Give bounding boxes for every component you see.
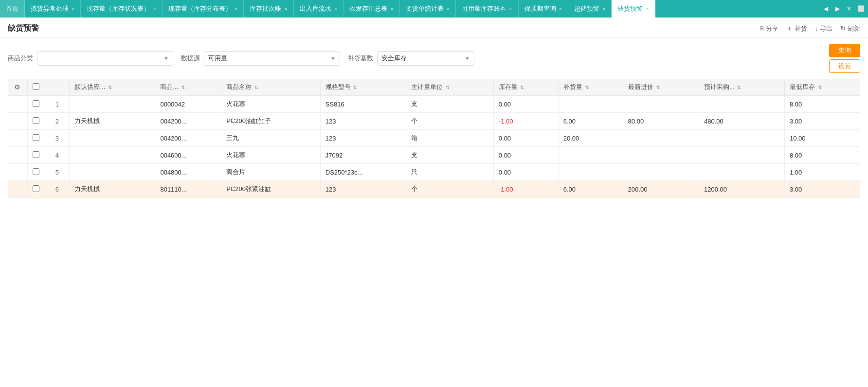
table-row[interactable]: 1 0000042 火花塞 SS816 支 0.00 8.00	[8, 96, 860, 113]
close-tab-shortage[interactable]: ×	[646, 6, 649, 12]
td-code: 004800...	[155, 164, 221, 181]
spec-sort-icon: ⇅	[353, 85, 357, 90]
close-tab-demand[interactable]: ×	[447, 6, 450, 12]
filter-bar: 商品分类 ▼ 数据源 可用量 ▼ 补货基数 安全库存 ▼ 查询 设置	[0, 38, 868, 79]
tab-overstock[interactable]: 超储预警 ×	[568, 0, 612, 18]
th-code[interactable]: 商品... ⇅	[155, 79, 221, 96]
gear-icon[interactable]: ⚙	[14, 83, 20, 91]
close-tab-stock-status[interactable]: ×	[153, 6, 156, 12]
td-checkbox[interactable]	[27, 147, 45, 164]
export-button[interactable]: ↓ 导出	[815, 24, 833, 33]
td-spec: SS816	[320, 96, 406, 113]
th-min-stock[interactable]: 最低库存 ⇅	[784, 79, 860, 96]
tab-scroll-right[interactable]: ▶	[832, 3, 843, 14]
tab-inout[interactable]: 出入库流水 ×	[294, 0, 344, 18]
table-row[interactable]: 6 力天机械 801110... PC200张紧油缸 123 个 -1.00 6…	[8, 181, 860, 198]
td-gear	[8, 113, 27, 130]
replenish-sort-icon: ⇅	[585, 85, 589, 90]
td-row-num: 3	[45, 130, 70, 147]
code-sort-icon: ⇅	[181, 85, 185, 90]
row-checkbox-3[interactable]	[33, 134, 39, 141]
row-checkbox-2[interactable]	[33, 117, 39, 124]
table-row[interactable]: 5 004800... 离合片 DS250*23c... 只 0.00 1.00	[8, 164, 860, 181]
close-tab-batch[interactable]: ×	[284, 6, 287, 12]
td-checkbox[interactable]	[27, 181, 45, 198]
row-checkbox-5[interactable]	[33, 168, 39, 175]
close-tab-available[interactable]: ×	[509, 6, 512, 12]
row-checkbox-1[interactable]	[33, 100, 39, 107]
th-gear[interactable]: ⚙	[8, 79, 27, 96]
th-checkbox[interactable]	[27, 79, 45, 96]
td-latest-price: 200.00	[623, 181, 699, 198]
close-tab-inout[interactable]: ×	[334, 6, 337, 12]
category-dropdown-icon: ▼	[163, 55, 169, 61]
td-name: PC200张紧油缸	[221, 181, 321, 198]
td-supplier	[70, 147, 155, 164]
row-checkbox-6[interactable]	[33, 185, 39, 192]
td-row-num: 2	[45, 113, 70, 130]
tab-batch[interactable]: 库存批次账 ×	[244, 0, 293, 18]
select-all-checkbox[interactable]	[33, 83, 39, 90]
td-min-stock: 10.00	[784, 130, 860, 147]
th-unit[interactable]: 主计量单位 ⇅	[406, 79, 493, 96]
close-tab-stock-dist[interactable]: ×	[235, 6, 237, 12]
td-checkbox[interactable]	[27, 96, 45, 113]
tab-close-all[interactable]: ✕	[844, 3, 854, 14]
td-spec: DS250*23c...	[320, 164, 406, 181]
replenish-base-filter-group: 补货基数 安全库存 ▼	[348, 51, 474, 66]
close-tab-abnormal[interactable]: ×	[72, 6, 74, 12]
td-checkbox[interactable]	[27, 130, 45, 147]
table-row[interactable]: 4 004600... 火花塞 J7092 支 0.00 8.00	[8, 147, 860, 164]
tab-maximize[interactable]: ⬜	[855, 3, 866, 14]
close-tab-expiry[interactable]: ×	[559, 6, 562, 12]
th-supplier[interactable]: 默认供应... ⇅	[70, 79, 155, 96]
td-est-purchase	[699, 164, 784, 181]
th-name[interactable]: 商品名称 ⇅	[221, 79, 321, 96]
td-est-purchase	[699, 96, 784, 113]
th-replenish[interactable]: 补货量 ⇅	[558, 79, 623, 96]
share-button[interactable]: ⎘ 分享	[760, 24, 778, 33]
replenish-button[interactable]: ＋ 补货	[786, 24, 807, 33]
replenish-base-value: 安全库存	[381, 54, 407, 63]
query-button[interactable]: 查询	[829, 44, 860, 57]
tab-stock-status[interactable]: 现存量（库存状况表） ×	[81, 0, 162, 18]
td-checkbox[interactable]	[27, 164, 45, 181]
td-checkbox[interactable]	[27, 113, 45, 130]
tab-home[interactable]: 首页	[0, 0, 25, 18]
tab-expiry[interactable]: 保质期查询 ×	[519, 0, 568, 18]
refresh-button[interactable]: ↻ 刷新	[840, 24, 860, 33]
td-replenish	[558, 164, 623, 181]
td-unit: 个	[406, 113, 493, 130]
tab-scroll-left[interactable]: ◀	[820, 3, 831, 14]
row-checkbox-4[interactable]	[33, 151, 39, 158]
tab-shortage[interactable]: 缺货预警 ×	[612, 0, 655, 18]
settings-button[interactable]: 设置	[829, 59, 860, 73]
close-tab-collect[interactable]: ×	[390, 6, 393, 12]
td-spec: J7092	[320, 147, 406, 164]
tab-abnormal[interactable]: 拣货异常处理 ×	[25, 0, 81, 18]
table-row[interactable]: 2 力天机械 004200... PC200油缸缸子 123 个 -1.00 6…	[8, 113, 860, 130]
td-min-stock: 3.00	[784, 113, 860, 130]
close-tab-overstock[interactable]: ×	[602, 6, 605, 12]
td-gear	[8, 96, 27, 113]
td-min-stock: 8.00	[784, 96, 860, 113]
category-select[interactable]: ▼	[37, 51, 173, 66]
datasource-select[interactable]: 可用量 ▼	[204, 51, 340, 66]
tab-available[interactable]: 可用量库存账本 ×	[456, 0, 518, 18]
table-row[interactable]: 3 004200... 三九 123 箱 0.00 20.00 10.00	[8, 130, 860, 147]
refresh-icon: ↻	[840, 25, 846, 32]
th-latest-price[interactable]: 最新进价 ⇅	[623, 79, 699, 96]
td-unit: 只	[406, 164, 493, 181]
th-est-purchase[interactable]: 预计采购... ⇅	[699, 79, 784, 96]
td-unit: 支	[406, 96, 493, 113]
tab-collect[interactable]: 收发存汇总表 ×	[344, 0, 399, 18]
th-stock[interactable]: 库存量 ⇅	[493, 79, 558, 96]
td-latest-price	[623, 130, 699, 147]
th-spec[interactable]: 规格型号 ⇅	[320, 79, 406, 96]
tab-demand[interactable]: 要货单统计表 ×	[400, 0, 456, 18]
est-purchase-sort-icon: ⇅	[737, 85, 741, 90]
td-code: 801110...	[155, 181, 221, 198]
td-name: PC200油缸缸子	[221, 113, 321, 130]
replenish-base-select[interactable]: 安全库存 ▼	[377, 51, 474, 66]
tab-stock-dist[interactable]: 现存量（库存分布表） ×	[163, 0, 244, 18]
